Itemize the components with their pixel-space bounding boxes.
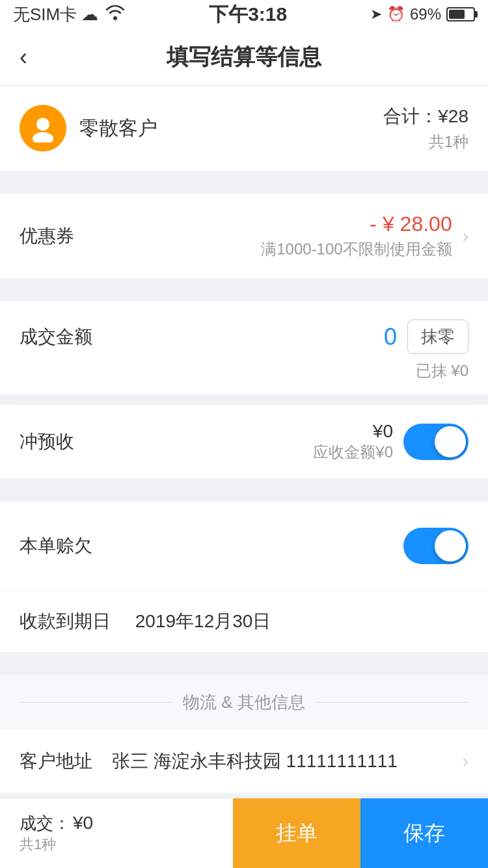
prepay-section: 冲预收 ¥0 应收金额¥0 bbox=[0, 405, 488, 478]
due-date-value: 2019年12月30日 bbox=[135, 611, 271, 631]
wifi-icon bbox=[105, 5, 126, 25]
chevron-right-icon: › bbox=[463, 226, 468, 247]
status-bar: 无SIM卡 ☁ 下午3:18 ➤ ⏰ 69% bbox=[0, 0, 488, 29]
total-amount: 合计：¥28 bbox=[383, 104, 468, 129]
prepay-sub: 应收金额¥0 bbox=[313, 442, 393, 463]
deal-amount-section: 成交金额 0 抹零 已抹 ¥0 bbox=[0, 301, 488, 394]
nav-bar: ‹ 填写结算等信息 bbox=[0, 29, 488, 86]
prepay-amounts: ¥0 应收金额¥0 bbox=[313, 421, 393, 463]
customer-name: 零散客户 bbox=[79, 115, 157, 142]
debt-section: 本单赊欠 收款到期日 2019年12月30日 bbox=[0, 502, 488, 652]
status-left: 无SIM卡 ☁ bbox=[13, 3, 126, 26]
prepay-right: ¥0 应收金额¥0 bbox=[313, 421, 468, 463]
deal-amount-value[interactable]: 0 bbox=[384, 323, 397, 351]
avatar bbox=[20, 105, 66, 152]
address-section[interactable]: 客户地址 张三 海淀永丰科技园 11111111111 › bbox=[0, 729, 488, 793]
status-time: 下午3:18 bbox=[209, 1, 287, 28]
coupon-value: - ¥ 28.00 bbox=[261, 212, 452, 236]
bottom-deal-amount: ¥0 bbox=[73, 813, 93, 834]
bottom-bar: 成交： ¥0 共1种 挂单 保存 bbox=[0, 798, 488, 868]
location-icon: ➤ bbox=[370, 6, 382, 23]
amount-row: 成交金额 0 抹零 bbox=[0, 301, 488, 360]
address-value: 张三 海淀永丰科技园 11111111111 bbox=[112, 749, 456, 774]
deal-amount-label: 成交金额 bbox=[20, 325, 92, 349]
logistics-line-left bbox=[20, 702, 172, 703]
bottom-count: 共1种 bbox=[20, 835, 213, 854]
amount-input-area: 0 抹零 bbox=[384, 319, 468, 354]
customer-total: 合计：¥28 共1种 bbox=[383, 104, 468, 152]
toggle-knob bbox=[435, 426, 466, 457]
svg-point-0 bbox=[36, 118, 49, 131]
sim-label: 无SIM卡 ☁ bbox=[13, 3, 98, 26]
coupon-desc: 满1000-100不限制使用金额 bbox=[261, 239, 452, 260]
alarm-icon: ⏰ bbox=[387, 6, 405, 23]
bottom-info: 成交： ¥0 共1种 bbox=[0, 812, 233, 854]
save-button[interactable]: 保存 bbox=[360, 798, 488, 869]
sep1 bbox=[0, 181, 488, 194]
battery-label: 69% bbox=[410, 5, 441, 23]
logistics-label: 物流 & 其他信息 bbox=[183, 691, 305, 714]
hold-button[interactable]: 挂单 bbox=[233, 798, 360, 869]
status-right: ➤ ⏰ 69% bbox=[370, 5, 475, 23]
prepay-main: ¥0 bbox=[313, 421, 393, 442]
bottom-deal-label: 成交： bbox=[20, 812, 70, 835]
logistics-line-right bbox=[316, 702, 468, 703]
prepay-label: 冲预收 bbox=[20, 429, 74, 454]
debt-toggle-knob bbox=[435, 530, 466, 562]
customer-row: 零散客户 合计：¥28 共1种 bbox=[0, 86, 488, 170]
content-area: 零散客户 合计：¥28 共1种 优惠券 - ¥ 28.00 满1000-100不… bbox=[0, 86, 488, 868]
total-count: 共1种 bbox=[383, 131, 468, 152]
round-button[interactable]: 抹零 bbox=[407, 319, 468, 354]
battery-icon bbox=[446, 7, 475, 21]
due-date-label: 收款到期日 bbox=[20, 611, 111, 631]
coupon-label: 优惠券 bbox=[20, 224, 74, 249]
sep2 bbox=[0, 288, 488, 301]
debt-row: 本单赊欠 bbox=[0, 502, 488, 590]
sep3 bbox=[0, 489, 488, 502]
customer-section: 零散客户 合计：¥28 共1种 bbox=[0, 86, 488, 170]
debt-toggle[interactable] bbox=[403, 528, 468, 564]
prepay-toggle[interactable] bbox=[403, 424, 468, 460]
svg-point-1 bbox=[33, 132, 53, 142]
coupon-row[interactable]: 优惠券 - ¥ 28.00 满1000-100不限制使用金额 › bbox=[0, 194, 488, 278]
debt-label: 本单赊欠 bbox=[20, 534, 92, 558]
due-date-row: 收款到期日 2019年12月30日 bbox=[0, 590, 488, 652]
back-button[interactable]: ‹ bbox=[20, 44, 27, 71]
already-rounded: 已抹 ¥0 bbox=[0, 360, 488, 394]
coupon-right: - ¥ 28.00 满1000-100不限制使用金额 › bbox=[261, 212, 468, 260]
sep4 bbox=[0, 662, 488, 675]
prepay-row: 冲预收 ¥0 应收金额¥0 bbox=[0, 405, 488, 478]
address-chevron-icon: › bbox=[463, 751, 468, 772]
page-title: 填写结算等信息 bbox=[167, 42, 321, 72]
address-label: 客户地址 bbox=[20, 749, 92, 774]
customer-left: 零散客户 bbox=[20, 105, 157, 152]
logistics-header: 物流 & 其他信息 bbox=[0, 675, 488, 729]
address-row[interactable]: 客户地址 张三 海淀永丰科技园 11111111111 › bbox=[0, 729, 488, 793]
coupon-section[interactable]: 优惠券 - ¥ 28.00 满1000-100不限制使用金额 › bbox=[0, 194, 488, 278]
